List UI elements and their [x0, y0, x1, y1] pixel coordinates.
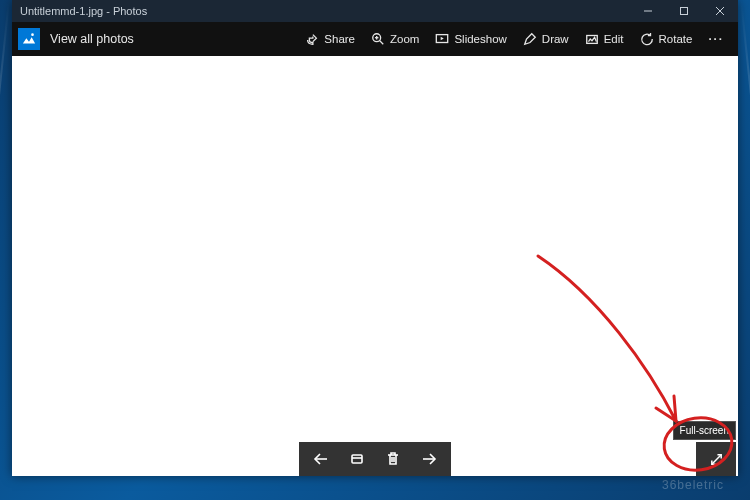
share-button[interactable]: Share — [297, 22, 363, 56]
minimize-button[interactable] — [630, 0, 666, 22]
fullscreen-button[interactable] — [696, 442, 736, 476]
photos-app-window: Untitlemmd-1.jpg - Photos View all photo… — [12, 0, 738, 476]
previous-button[interactable] — [303, 442, 339, 476]
share-label: Share — [324, 33, 355, 45]
svg-point-4 — [31, 33, 34, 36]
delete-button[interactable] — [375, 442, 411, 476]
svg-rect-1 — [681, 8, 688, 15]
view-all-photos-link[interactable]: View all photos — [50, 32, 134, 46]
slideshow-label: Slideshow — [454, 33, 506, 45]
zoom-label: Zoom — [390, 33, 419, 45]
svg-line-18 — [711, 454, 720, 463]
draw-label: Draw — [542, 33, 569, 45]
window-title: Untitlemmd-1.jpg - Photos — [20, 5, 147, 17]
rotate-button[interactable]: Rotate — [632, 22, 701, 56]
slideshow-icon — [435, 32, 449, 46]
svg-rect-13 — [352, 455, 362, 463]
collection-button[interactable] — [339, 442, 375, 476]
arrow-left-icon — [313, 451, 329, 467]
window-titlebar: Untitlemmd-1.jpg - Photos — [12, 0, 738, 22]
watermark-text: 36beletric — [662, 478, 724, 492]
rotate-icon — [640, 32, 654, 46]
navigation-bar — [299, 442, 451, 476]
share-icon — [305, 32, 319, 46]
fullscreen-icon — [709, 452, 724, 467]
app-toolbar: View all photos Share Zoom Slideshow Dra… — [12, 22, 738, 56]
trash-icon — [385, 451, 401, 467]
rotate-label: Rotate — [659, 33, 693, 45]
next-button[interactable] — [411, 442, 447, 476]
collection-icon — [349, 451, 365, 467]
svg-line-6 — [380, 41, 384, 45]
photos-app-icon — [18, 28, 40, 50]
edit-button[interactable]: Edit — [577, 22, 632, 56]
edit-icon — [585, 32, 599, 46]
edit-label: Edit — [604, 33, 624, 45]
fullscreen-tooltip: Full-screen — [673, 421, 736, 440]
more-icon: ··· — [708, 33, 724, 45]
close-button[interactable] — [702, 0, 738, 22]
zoom-button[interactable]: Zoom — [363, 22, 427, 56]
photo-canvas[interactable]: Full-screen — [12, 56, 738, 476]
draw-icon — [523, 32, 537, 46]
slideshow-button[interactable]: Slideshow — [427, 22, 514, 56]
draw-button[interactable]: Draw — [515, 22, 577, 56]
maximize-button[interactable] — [666, 0, 702, 22]
more-options-button[interactable]: ··· — [700, 22, 732, 56]
arrow-right-icon — [421, 451, 437, 467]
zoom-icon — [371, 32, 385, 46]
svg-marker-10 — [441, 37, 444, 41]
